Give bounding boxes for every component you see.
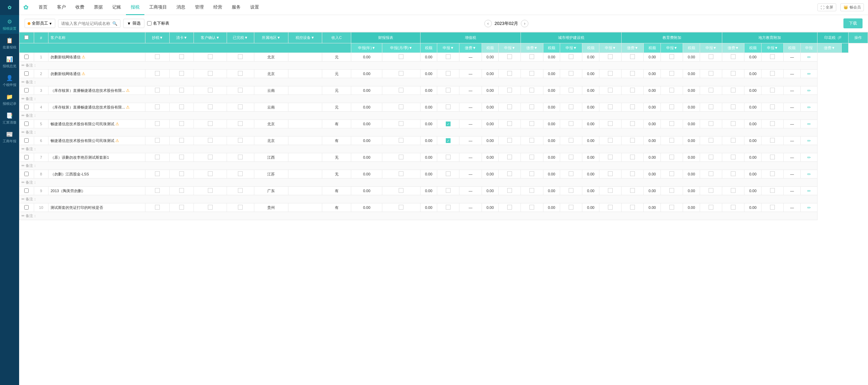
unchecked-box[interactable] <box>208 171 213 176</box>
unchecked-box[interactable] <box>238 54 243 59</box>
edit-icon[interactable]: ✏ <box>807 88 811 93</box>
unchecked-box[interactable] <box>399 71 403 76</box>
unchecked-box[interactable] <box>238 121 243 126</box>
edit-icon[interactable]: ✏ <box>807 105 811 110</box>
unchecked-box[interactable] <box>731 205 736 210</box>
unchecked-box[interactable] <box>569 54 573 59</box>
unchecked-box[interactable] <box>630 138 635 143</box>
nav-accounting[interactable]: 记账 <box>108 0 126 15</box>
unchecked-box[interactable] <box>399 138 403 143</box>
unchecked-box[interactable] <box>608 104 613 109</box>
unchecked-box[interactable] <box>569 104 573 109</box>
unchecked-box[interactable] <box>569 155 573 159</box>
fullscreen-button[interactable]: ⛶ 全屏 <box>817 3 836 11</box>
unchecked-box[interactable] <box>770 138 775 143</box>
unchecked-box[interactable] <box>731 54 736 59</box>
unchecked-box[interactable] <box>208 104 213 109</box>
unchecked-box[interactable] <box>569 171 573 176</box>
row-checkbox[interactable] <box>24 105 29 109</box>
nav-customer[interactable]: 客户 <box>52 0 71 15</box>
unchecked-box[interactable] <box>569 121 573 126</box>
select-all-checkbox[interactable] <box>24 35 29 40</box>
sidebar-item-tax-settings[interactable]: ⚙ 报税设置 <box>0 15 19 34</box>
unchecked-box[interactable] <box>507 188 512 193</box>
unchecked-box[interactable] <box>399 121 403 126</box>
unchecked-box[interactable] <box>238 138 243 143</box>
unchecked-box[interactable] <box>507 88 512 92</box>
unchecked-box[interactable] <box>208 54 213 59</box>
unchecked-box[interactable] <box>669 121 674 126</box>
unchecked-box[interactable] <box>507 155 512 159</box>
unchecked-box[interactable] <box>770 104 775 109</box>
unchecked-box[interactable] <box>399 155 403 159</box>
employee-filter[interactable]: 全部员工 ▾ <box>25 19 55 28</box>
unchecked-box[interactable] <box>399 171 403 176</box>
unchecked-box[interactable] <box>507 71 512 76</box>
unchecked-box[interactable] <box>770 205 775 210</box>
unchecked-box[interactable] <box>507 138 512 143</box>
download-button[interactable]: 下载 <box>843 18 863 28</box>
unchecked-box[interactable] <box>399 88 403 92</box>
row-checkbox[interactable] <box>24 138 29 143</box>
unchecked-box[interactable] <box>446 205 451 210</box>
unchecked-box[interactable] <box>709 71 713 76</box>
unchecked-box[interactable] <box>238 155 243 159</box>
unchecked-box[interactable] <box>446 171 451 176</box>
name-list-checkbox[interactable] <box>147 21 152 26</box>
unchecked-box[interactable] <box>770 188 775 193</box>
unchecked-box[interactable] <box>770 54 775 59</box>
unchecked-box[interactable] <box>608 88 613 92</box>
unchecked-box[interactable] <box>208 155 213 159</box>
next-date-button[interactable]: › <box>521 20 528 27</box>
unchecked-box[interactable] <box>179 205 184 210</box>
unchecked-box[interactable] <box>630 188 635 193</box>
sidebar-item-individual-tax[interactable]: 👤 个税申报 <box>0 71 19 90</box>
unchecked-box[interactable] <box>630 71 635 76</box>
unchecked-box[interactable] <box>155 205 160 210</box>
row-checkbox[interactable] <box>24 188 29 193</box>
unchecked-box[interactable] <box>179 71 184 76</box>
unchecked-box[interactable] <box>770 155 775 159</box>
nav-management[interactable]: 管理 <box>190 0 209 15</box>
unchecked-box[interactable] <box>238 171 243 176</box>
unchecked-box[interactable] <box>529 155 534 159</box>
unchecked-box[interactable] <box>569 88 573 92</box>
unchecked-box[interactable] <box>569 138 573 143</box>
unchecked-box[interactable] <box>669 88 674 92</box>
sidebar-item-annual-report[interactable]: 📰 工商年报 <box>0 128 19 146</box>
unchecked-box[interactable] <box>399 54 403 59</box>
nav-messages[interactable]: 消息 <box>172 0 190 15</box>
unchecked-box[interactable] <box>179 88 184 92</box>
unchecked-box[interactable] <box>155 171 160 176</box>
unchecked-box[interactable] <box>179 171 184 176</box>
unchecked-box[interactable] <box>731 188 736 193</box>
unchecked-box[interactable] <box>446 104 451 109</box>
row-checkbox[interactable] <box>24 55 29 59</box>
sidebar-item-tax-records[interactable]: 📁 报税记录 <box>0 90 19 109</box>
unchecked-box[interactable] <box>669 155 674 159</box>
unchecked-box[interactable] <box>608 121 613 126</box>
unchecked-box[interactable] <box>669 205 674 210</box>
checked-box[interactable]: ✓ <box>446 138 451 143</box>
unchecked-box[interactable] <box>399 205 403 210</box>
unchecked-box[interactable] <box>155 138 160 143</box>
unchecked-box[interactable] <box>709 138 713 143</box>
unchecked-box[interactable] <box>709 54 713 59</box>
search-input[interactable] <box>61 21 112 26</box>
unchecked-box[interactable] <box>770 88 775 92</box>
row-checkbox[interactable] <box>24 122 29 126</box>
unchecked-box[interactable] <box>238 188 243 193</box>
row-checkbox[interactable] <box>24 172 29 176</box>
filter-button[interactable]: ▼ 筛选 <box>123 19 144 28</box>
unchecked-box[interactable] <box>529 171 534 176</box>
unchecked-box[interactable] <box>399 104 403 109</box>
unchecked-box[interactable] <box>630 54 635 59</box>
unchecked-box[interactable] <box>208 88 213 92</box>
unchecked-box[interactable] <box>770 121 775 126</box>
unchecked-box[interactable] <box>155 71 160 76</box>
unchecked-box[interactable] <box>731 71 736 76</box>
table-container[interactable]: # 客户名称 抄税▼ 清卡▼ 客户确认▼ 已完税▼ 所属地区▼ 税控设备▼ 收入… <box>19 32 868 385</box>
unchecked-box[interactable] <box>709 205 713 210</box>
unchecked-box[interactable] <box>446 188 451 193</box>
name-list-checkbox-label[interactable]: 名下标表 <box>147 20 169 26</box>
